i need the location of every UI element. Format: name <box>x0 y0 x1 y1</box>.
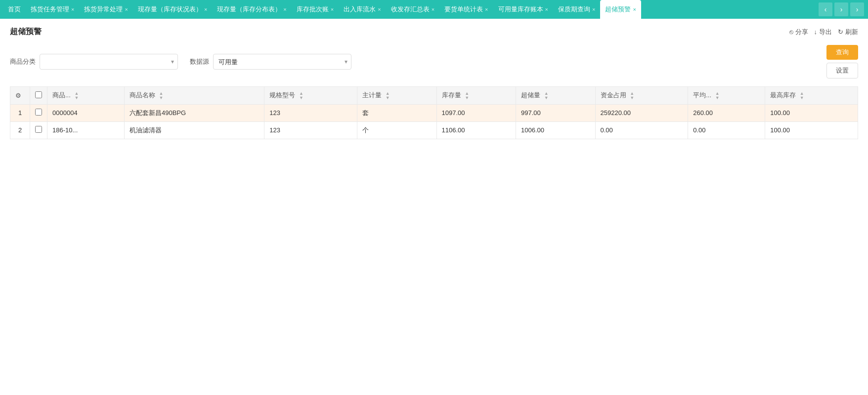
nav-close-icon[interactable]: × <box>592 6 595 12</box>
nav-close-icon[interactable]: × <box>71 6 74 12</box>
nav-item-收发存汇总表[interactable]: 收发存汇总表 × <box>386 0 439 19</box>
sort-arrows-avg: ▲▼ <box>715 91 720 100</box>
refresh-button[interactable]: ↻ 刷新 <box>838 28 858 37</box>
category-select[interactable] <box>40 54 178 70</box>
nav-close-icon[interactable]: × <box>633 6 636 12</box>
export-icon: ↓ <box>814 28 818 36</box>
sort-arrows-capital: ▲▼ <box>630 91 634 100</box>
col-max-stock-label: 最高库存 <box>770 91 796 99</box>
col-product-name[interactable]: 商品名称 ▲▼ <box>124 87 264 105</box>
nav-item-label: 拣货异常处理 <box>84 5 123 14</box>
select-all-checkbox[interactable] <box>35 91 42 98</box>
share-label: 分享 <box>795 28 808 37</box>
cell-overstock: 997.00 <box>516 104 595 121</box>
cell-max-stock: 100.00 <box>765 104 858 121</box>
export-label: 导出 <box>819 28 832 37</box>
col-settings[interactable]: ⚙ <box>10 87 30 105</box>
col-avg-label: 平均... <box>693 91 711 99</box>
page-title: 超储预警 <box>10 27 42 37</box>
nav-item-label: 拣货任务管理 <box>31 5 69 14</box>
nav-item-保质期查询[interactable]: 保质期查询 × <box>553 0 600 19</box>
nav-item-要货单统计表[interactable]: 要货单统计表 × <box>439 0 493 19</box>
col-stock[interactable]: 库存量 ▲▼ <box>436 87 516 105</box>
nav-item-库存批次账[interactable]: 库存批次账 × <box>292 0 339 19</box>
nav-close-icon[interactable]: × <box>331 6 334 12</box>
nav-close-icon[interactable]: × <box>283 6 286 12</box>
cell-avg: 260.00 <box>688 104 765 121</box>
nav-right-button[interactable]: › <box>834 2 848 16</box>
nav-close-icon[interactable]: × <box>432 6 434 12</box>
table-row: 2186-10...机油滤清器123个1106.001006.000.000.0… <box>10 121 858 139</box>
row-checkbox-cell <box>30 121 47 139</box>
page-header: 超储预警 ⎋ 分享 ↓ 导出 ↻ 刷新 <box>10 27 858 37</box>
col-capital-label: 资金占用 <box>601 91 626 99</box>
col-stock-label: 库存量 <box>442 91 461 99</box>
nav-item-label: 首页 <box>8 5 21 14</box>
nav-close-icon[interactable]: × <box>125 6 128 12</box>
cell-stock: 1097.00 <box>436 104 516 121</box>
cell-spec: 123 <box>264 104 357 121</box>
sort-arrows-overstock: ▲▼ <box>544 91 549 100</box>
nav-close-icon[interactable]: × <box>378 6 381 12</box>
nav-item-拣货异常处理[interactable]: 拣货异常处理 × <box>79 0 132 19</box>
nav-item-label: 库存批次账 <box>297 5 329 14</box>
nav-item-label: 收发存汇总表 <box>391 5 430 14</box>
page-content: 超储预警 ⎋ 分享 ↓ 导出 ↻ 刷新 商品分类 <box>0 19 868 395</box>
col-unit[interactable]: 主计量 ▲▼ <box>357 87 436 105</box>
refresh-icon: ↻ <box>838 28 843 36</box>
sort-arrows-product-name: ▲▼ <box>159 91 164 100</box>
settings-button[interactable]: 设置 <box>826 63 858 79</box>
col-overstock-label: 超储量 <box>521 91 540 99</box>
col-max-stock[interactable]: 最高库存 ▲▼ <box>765 87 858 105</box>
cell-max-stock: 100.00 <box>765 121 858 139</box>
header-actions: ⎋ 分享 ↓ 导出 ↻ 刷新 <box>789 28 859 37</box>
cell-avg: 0.00 <box>688 121 765 139</box>
query-button[interactable]: 查询 <box>826 45 858 60</box>
row-checkbox[interactable] <box>35 109 42 116</box>
nav-item-可用量库存账本[interactable]: 可用量库存账本 × <box>493 0 553 19</box>
col-product-name-label: 商品名称 <box>130 91 155 99</box>
cell-product-name: 六配套新昌490BPG <box>124 104 264 121</box>
row-number: 1 <box>10 104 30 121</box>
sort-arrows-spec: ▲▼ <box>299 91 304 100</box>
nav-close-icon[interactable]: × <box>485 6 488 12</box>
datasource-select-wrap: 可用量 库存量 <box>213 54 351 70</box>
share-button[interactable]: ⎋ 分享 <box>789 28 808 37</box>
cell-capital: 0.00 <box>595 121 688 139</box>
nav-item-超储预警[interactable]: 超储预警 × <box>600 0 641 19</box>
col-overstock[interactable]: 超储量 ▲▼ <box>516 87 595 105</box>
nav-more-button[interactable]: › <box>850 2 864 16</box>
cell-capital: 259220.00 <box>595 104 688 121</box>
cell-unit: 个 <box>357 121 436 139</box>
nav-item-label: 现存量（库存状况表） <box>138 5 202 14</box>
col-checkbox[interactable] <box>30 87 47 105</box>
nav-close-icon[interactable]: × <box>204 6 207 12</box>
nav-arrows: ‹ › › <box>818 2 865 16</box>
row-checkbox[interactable] <box>35 126 42 133</box>
table-header-row: ⚙ 商品... ▲▼ 商品名称 ▲▼ 规格型号 ▲▼ 主计 <box>10 87 858 105</box>
nav-item-label: 要货单统计表 <box>444 5 483 14</box>
cell-overstock: 1006.00 <box>516 121 595 139</box>
refresh-label: 刷新 <box>845 28 858 37</box>
col-avg[interactable]: 平均... ▲▼ <box>688 87 765 105</box>
col-spec[interactable]: 规格型号 ▲▼ <box>264 87 357 105</box>
col-product-code-label: 商品... <box>52 91 71 99</box>
col-product-code[interactable]: 商品... ▲▼ <box>47 87 125 105</box>
nav-item-label: 现存量（库存分布表） <box>217 5 281 14</box>
datasource-filter-group: 数据源 可用量 库存量 <box>190 54 351 70</box>
nav-item-现存量库存分布表[interactable]: 现存量（库存分布表） × <box>212 0 291 19</box>
nav-item-首页[interactable]: 首页 <box>3 0 26 19</box>
nav-close-icon[interactable]: × <box>545 6 548 12</box>
nav-item-现存量库存状况表[interactable]: 现存量（库存状况表） × <box>133 0 212 19</box>
nav-left-button[interactable]: ‹ <box>819 2 832 16</box>
nav-item-拣货任务管理[interactable]: 拣货任务管理 × <box>26 0 79 19</box>
col-capital[interactable]: 资金占用 ▲▼ <box>595 87 688 105</box>
sort-arrows-product-code: ▲▼ <box>74 91 79 100</box>
nav-item-label: 出入库流水 <box>344 5 376 14</box>
datasource-select[interactable]: 可用量 库存量 <box>213 54 351 70</box>
row-number: 2 <box>10 121 30 139</box>
sort-arrows-max-stock: ▲▼ <box>800 91 804 100</box>
nav-item-出入库流水[interactable]: 出入库流水 × <box>339 0 386 19</box>
cell-product-code: 0000004 <box>47 104 125 121</box>
export-button[interactable]: ↓ 导出 <box>814 28 832 37</box>
